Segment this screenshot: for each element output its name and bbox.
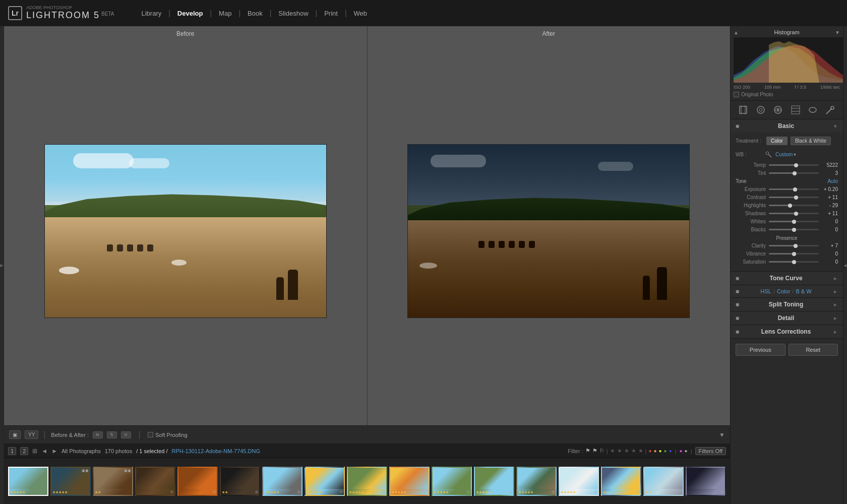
filter-star-5[interactable]: ★ [638, 448, 643, 454]
page-2-btn[interactable]: 2 [20, 447, 28, 455]
temp-slider[interactable] [769, 164, 819, 166]
filter-color-2[interactable]: ● [654, 448, 657, 454]
thumb-13[interactable]: ★★★★★ ◎ [516, 467, 557, 496]
hsl-link[interactable]: HSL [761, 288, 771, 294]
previous-button[interactable]: Previous [736, 344, 785, 356]
detail-header[interactable]: ◼ Detail ► [731, 311, 843, 325]
highlights-slider[interactable] [769, 205, 819, 206]
thumb-4[interactable]: ◎ [135, 467, 175, 496]
vibrance-slider[interactable] [769, 253, 819, 255]
nav-map[interactable]: Map [212, 10, 238, 17]
lens-corrections-header[interactable]: ◼ Lens Corrections ► [731, 325, 843, 338]
thumb-11[interactable]: ★★★★★ ◎ [432, 467, 472, 496]
nav-web[interactable]: Web [347, 10, 375, 17]
view-compare-btn[interactable]: YY [25, 430, 38, 439]
right-panel-collapse[interactable]: ◄ [843, 26, 847, 504]
split-toning-header[interactable]: ◼ Split Toning ► [731, 298, 843, 311]
tint-slider[interactable] [769, 172, 819, 174]
thumb-2[interactable]: ★★★★★ ▣▣ [50, 467, 91, 496]
bw-link[interactable]: B & W [796, 288, 811, 294]
shadows-slider[interactable] [769, 213, 819, 214]
thumb-7[interactable]: ★★★★★ ◎ [262, 467, 302, 496]
nav-develop[interactable]: Develop [170, 10, 210, 17]
blacks-slider[interactable] [769, 229, 819, 230]
basic-panel-toggle[interactable]: ▼ [833, 123, 838, 129]
page-1-btn[interactable]: 1 [8, 447, 16, 455]
soft-proof-checkbox[interactable] [148, 432, 153, 437]
thumb-10[interactable]: ★★★★★ ◎ [389, 467, 430, 496]
thumb-3[interactable]: ★★ ▣▣ [93, 467, 133, 496]
tone-curve-header[interactable]: ◼ Tone Curve ► [731, 272, 843, 285]
filter-flag-1[interactable]: ⚑ [585, 448, 590, 454]
wb-value[interactable]: Custom [775, 152, 793, 157]
wb-eyedropper[interactable] [763, 149, 773, 159]
left-panel[interactable]: ► [0, 26, 4, 504]
tool-spot[interactable] [755, 104, 767, 116]
ba-swap-h-icon[interactable]: ⇆ [93, 431, 103, 438]
view-single-btn[interactable]: ▣ [9, 430, 21, 439]
basic-panel-header[interactable]: ◼ Basic ▼ [731, 119, 843, 133]
wb-dropdown[interactable]: ▾ [794, 152, 796, 157]
svg-rect-8 [792, 106, 800, 114]
original-photo-checkbox[interactable] [734, 92, 739, 97]
tool-adjustment-brush[interactable] [824, 104, 836, 116]
filmstrip-next-icon[interactable]: ► [51, 448, 57, 455]
filter-color-6[interactable]: ● [680, 448, 683, 454]
color-link[interactable]: Color [777, 288, 790, 294]
thumb-6[interactable]: ★★ ◎ [220, 467, 260, 496]
filter-color-5[interactable]: ● [669, 448, 672, 454]
thumb-12[interactable]: ★★★★★ ◎ [474, 467, 514, 496]
grid-view-icon[interactable]: ⊞ [32, 448, 37, 455]
histogram-expand-icon[interactable]: ▲ [734, 30, 739, 35]
tool-radial[interactable] [807, 104, 819, 116]
filter-star-4[interactable]: ★ [631, 448, 636, 454]
whites-slider[interactable] [769, 221, 819, 222]
tool-crop[interactable] [737, 104, 749, 116]
tone-curve-toggle[interactable]: ► [833, 276, 838, 281]
filter-color-3[interactable]: ● [659, 448, 662, 454]
contrast-slider[interactable] [769, 197, 819, 198]
toolbar-expand-btn[interactable]: ▼ [719, 431, 725, 438]
tool-graduated[interactable] [790, 104, 802, 116]
filter-color-4[interactable]: ● [664, 448, 667, 454]
thumb-9[interactable]: ★★★★★ ◎ [347, 467, 387, 496]
film-source[interactable]: All Photographs [62, 448, 101, 454]
saturation-slider[interactable] [769, 261, 819, 263]
thumb-5[interactable]: ◎ [177, 467, 218, 496]
lens-toggle[interactable]: ► [833, 329, 838, 335]
film-file[interactable]: RPH-130112-Adobe-NM-7745.DNG [172, 448, 260, 454]
detail-toggle[interactable]: ► [833, 316, 838, 321]
filmstrip-prev-icon[interactable]: ◄ [41, 448, 47, 455]
nav-print[interactable]: Print [317, 10, 345, 17]
hsl-panel-header[interactable]: ◼ HSL / Color / B & W ► [731, 285, 843, 297]
thumb-14[interactable]: ★★★★★ ◎ [559, 467, 599, 496]
hsl-toggle[interactable]: ► [833, 289, 838, 294]
filter-color-7[interactable]: ● [685, 448, 688, 454]
ba-swap-v-icon[interactable]: ⇅ [107, 431, 117, 438]
clarity-slider[interactable] [769, 245, 819, 246]
filter-flag-2[interactable]: ⚑ [592, 448, 597, 454]
tone-auto-btn[interactable]: Auto [827, 178, 838, 184]
filter-color-1[interactable]: ● [648, 448, 651, 454]
thumb-16[interactable]: ★★ ◎ [643, 467, 684, 496]
color-btn[interactable]: Color [766, 137, 788, 145]
nav-book[interactable]: Book [240, 10, 270, 17]
thumb-15[interactable]: ★★ ◎ [601, 467, 641, 496]
thumb-17[interactable]: ◎ [686, 467, 726, 496]
filters-off-btn[interactable]: Filters Off [695, 447, 726, 455]
histogram-collapse-icon[interactable]: ▼ [835, 30, 840, 35]
filter-flag-3[interactable]: ⚐ [599, 448, 604, 454]
tool-redeye[interactable] [772, 104, 784, 116]
nav-slideshow[interactable]: Slideshow [271, 10, 315, 17]
bw-btn[interactable]: Black & White [791, 137, 831, 145]
exposure-slider[interactable] [769, 188, 819, 190]
nav-library[interactable]: Library [134, 10, 168, 17]
ba-split-icon[interactable]: ⊟ [121, 431, 131, 438]
thumb-8[interactable]: ★★★★★ ◎ [305, 467, 345, 496]
thumb-1[interactable]: ★★★★★ [8, 467, 48, 496]
filter-star-1[interactable]: ★ [610, 448, 615, 454]
filter-star-2[interactable]: ★ [617, 448, 622, 454]
split-toning-toggle[interactable]: ► [833, 302, 838, 307]
reset-button[interactable]: Reset [789, 344, 838, 356]
filter-star-3[interactable]: ★ [624, 448, 629, 454]
